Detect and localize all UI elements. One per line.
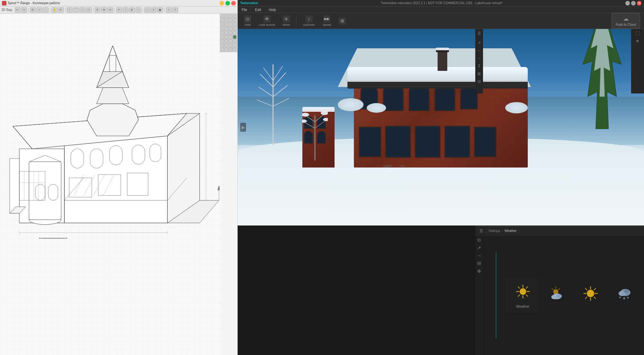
- pan-btn[interactable]: ✋: [52, 7, 57, 13]
- bl-icon-1[interactable]: ⊙: [476, 237, 482, 243]
- tool-32[interactable]: [233, 43, 237, 47]
- tool-7[interactable]: [229, 18, 232, 22]
- line-btn[interactable]: /: [67, 7, 72, 13]
- tool-18[interactable]: [224, 31, 228, 35]
- tool-8[interactable]: [233, 18, 237, 22]
- rotate-view-btn[interactable]: ↻: [58, 7, 64, 13]
- move-btn[interactable]: ✛: [95, 7, 100, 13]
- vp-ctrl-eye[interactable]: 👁: [634, 38, 641, 44]
- nav-hamburger[interactable]: ☰: [476, 30, 482, 37]
- extend-btn[interactable]: ↕: [123, 7, 128, 13]
- breadcrumb-settings[interactable]: Settings: [488, 229, 500, 233]
- tool-9[interactable]: [220, 23, 224, 26]
- tool-6[interactable]: [224, 18, 228, 22]
- bl-icon-4[interactable]: ⊟: [476, 260, 482, 266]
- tool-4[interactable]: [233, 14, 237, 18]
- tool-1[interactable]: [220, 14, 224, 18]
- tool-34[interactable]: [224, 48, 228, 52]
- tool-13[interactable]: [220, 27, 224, 31]
- tool-12[interactable]: [233, 23, 237, 26]
- speed-btn[interactable]: ▶▶ Speed: [320, 14, 334, 28]
- nav-icon-6[interactable]: ⊞: [476, 71, 482, 77]
- hatch-btn[interactable]: ▦: [157, 7, 163, 13]
- nav-icon-3[interactable]: ←: [476, 47, 482, 54]
- tool-16[interactable]: [233, 27, 237, 31]
- orbit-btn[interactable]: ⊙ Orbit: [242, 14, 254, 28]
- restore-btn[interactable]: □: [631, 1, 636, 5]
- zoom-extents-btn[interactable]: ⊡: [30, 7, 36, 13]
- tool-24[interactable]: [233, 35, 237, 39]
- file-menu[interactable]: File: [240, 7, 249, 12]
- vp-ctrl-maximize[interactable]: ⛶: [634, 30, 641, 37]
- updown-btn[interactable]: ↕ Up/Down: [300, 14, 317, 28]
- tool-23[interactable]: [229, 35, 232, 39]
- tool-10[interactable]: [224, 23, 228, 26]
- close-btn-right[interactable]: ✕: [637, 1, 641, 5]
- cad-tools-sidebar: [219, 14, 237, 52]
- circle-btn[interactable]: ○: [80, 7, 85, 13]
- copy-btn[interactable]: ⧉: [101, 7, 107, 13]
- tool-29[interactable]: [220, 43, 224, 47]
- tool-20[interactable]: [233, 31, 237, 35]
- mirror-btn[interactable]: ⇔: [108, 7, 113, 13]
- arc-btn[interactable]: ⌒: [73, 7, 79, 13]
- minimize-btn[interactable]: [220, 1, 224, 5]
- dimension-btn[interactable]: ↔: [144, 7, 150, 13]
- bl-icon-3[interactable]: →: [476, 252, 482, 259]
- clear-icon: [582, 285, 599, 302]
- tool-11[interactable]: [229, 23, 232, 26]
- tool-17[interactable]: [220, 31, 224, 35]
- settings-rt-btn[interactable]: ⚙: [336, 16, 348, 26]
- tool-25[interactable]: [220, 39, 224, 43]
- min-btn[interactable]: ─: [625, 1, 630, 5]
- tool-27[interactable]: [229, 39, 232, 43]
- zoom-out-btn[interactable]: -: [43, 7, 49, 13]
- push-to-cloud-btn[interactable]: ☁ Push to Cloud: [611, 13, 640, 29]
- text-btn[interactable]: T: [151, 7, 156, 13]
- weather-item-sunny[interactable]: Weather: [506, 278, 540, 313]
- help-btn[interactable]: ?: [172, 7, 178, 13]
- tool-31[interactable]: [229, 43, 232, 47]
- tool-3[interactable]: [229, 14, 232, 18]
- tool-33[interactable]: [220, 48, 224, 52]
- help-menu[interactable]: Help: [268, 7, 278, 12]
- move-btn-rt[interactable]: ✛ Move: [280, 14, 292, 28]
- tool-14[interactable]: [224, 27, 228, 31]
- tool-21[interactable]: [220, 35, 224, 39]
- rect-btn[interactable]: □: [86, 7, 92, 13]
- bt-hamburger[interactable]: ☰: [478, 228, 484, 234]
- nav-icon-7[interactable]: ⊟: [476, 78, 482, 85]
- offset-btn[interactable]: ⊏: [129, 7, 135, 13]
- tool-35[interactable]: [229, 48, 232, 52]
- tool-19[interactable]: [229, 31, 232, 35]
- tool-22[interactable]: [224, 35, 228, 39]
- tool-5[interactable]: [220, 18, 224, 22]
- tool-28[interactable]: [233, 39, 237, 43]
- cad-canvas[interactable]: ←————————→: [0, 14, 220, 355]
- tool-30[interactable]: [224, 43, 228, 47]
- tool-2[interactable]: [224, 14, 228, 18]
- properties-btn[interactable]: i: [166, 7, 172, 13]
- tool-26[interactable]: [224, 39, 228, 43]
- zoom-in-btn[interactable]: +: [36, 7, 42, 13]
- tool-15[interactable]: [229, 27, 232, 31]
- nav-icon-2[interactable]: ↗: [476, 40, 482, 46]
- edit-menu[interactable]: Edit: [254, 7, 262, 12]
- viewport-nav-arrow[interactable]: ▶: [240, 123, 246, 132]
- maximize-btn[interactable]: [225, 1, 230, 5]
- fillet-btn[interactable]: ⌐: [136, 7, 141, 13]
- weather-item-snow[interactable]: ❄ ❄ ❄: [607, 280, 641, 311]
- redo-btn[interactable]: ↪: [21, 7, 27, 13]
- nav-icon-5[interactable]: ↧: [476, 63, 482, 69]
- undo-btn[interactable]: ↩: [15, 7, 21, 13]
- tool-36[interactable]: [233, 48, 237, 52]
- bl-icon-2[interactable]: ↗: [476, 245, 482, 251]
- bl-icon-5[interactable]: ⊕: [476, 268, 482, 274]
- weather-item-cloudy[interactable]: [540, 280, 573, 311]
- weather-item-clear[interactable]: [573, 280, 607, 311]
- look-around-btn[interactable]: 👁 Look around: [256, 14, 278, 28]
- nav-icon-4[interactable]: →: [476, 55, 482, 62]
- trim-btn[interactable]: ✂: [116, 7, 122, 13]
- viewport-3d[interactable]: ▶: [238, 29, 644, 225]
- close-btn[interactable]: [231, 1, 236, 5]
